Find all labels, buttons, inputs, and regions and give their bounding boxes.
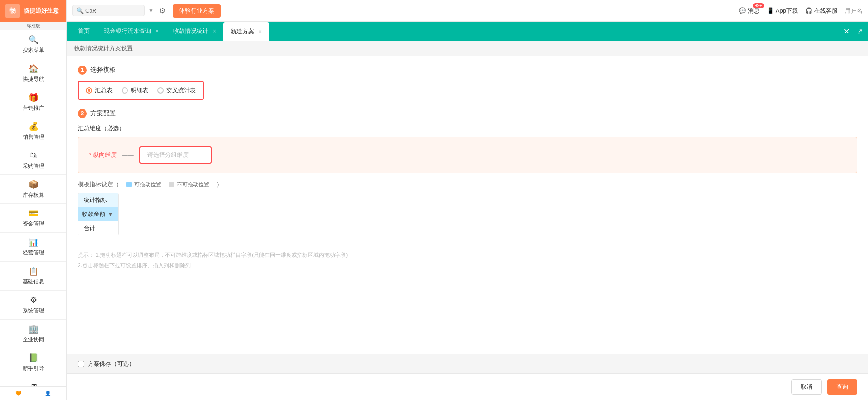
step1-section: 1 选择模板 汇总表 明细表 交叉统计表: [78, 66, 857, 100]
step1-num: 1: [78, 66, 87, 75]
tab-close-all-icon[interactable]: ✕: [842, 25, 851, 38]
search-input[interactable]: [85, 8, 140, 14]
app-download-button[interactable]: 📱 App下载: [767, 7, 798, 15]
step2-title: 方案配置: [90, 109, 116, 118]
corp-icon: 🏢: [28, 324, 38, 334]
sidebar-item-search[interactable]: 🔍 搜索菜单: [0, 30, 66, 59]
gear-icon[interactable]: ⚙: [157, 5, 167, 17]
tab-home-label: 首页: [78, 27, 90, 35]
user-display: 用户名: [845, 7, 863, 15]
sidebar-item-newbie[interactable]: 📗 新手引导: [0, 348, 66, 377]
tab-bank-label: 现金银行流水查询: [104, 27, 151, 35]
radio-cross-label: 交叉统计表: [166, 86, 196, 94]
finance-label: 资金管理: [23, 220, 44, 228]
step2-section: 2 方案配置 汇总维度（必选） * 纵向维度 —— 请选择分组维度: [78, 109, 857, 278]
logo-icon: 畅: [5, 4, 20, 18]
sidebar-item-system[interactable]: ⚙ 系统管理: [0, 291, 66, 320]
sidebar-footer-btn-2[interactable]: 👤: [45, 391, 51, 396]
basic-icon: 📋: [28, 266, 38, 276]
sidebar: 畅 畅捷通好生意 标准版 🔍 搜索菜单 🏠 快捷导航 🎁 营销推广 💰 销售管理…: [0, 0, 67, 400]
metrics-setting-label: 模板指标设定（: [78, 180, 119, 188]
tips-section: 提示： 1.拖动标题栏可以调整布局，不可跨维度或指标区域拖动栏目字段(只能在同一…: [78, 246, 857, 278]
tab-new-close[interactable]: ×: [259, 28, 262, 35]
message-icon: 💬: [739, 7, 746, 14]
search-icon: 🔍: [76, 7, 84, 14]
sidebar-item-sales[interactable]: 💰 销售管理: [0, 117, 66, 146]
metrics-section: 模板指标设定（ 可拖动位置 不可拖动位置 ） 统计指标: [78, 180, 857, 237]
operations-icon: 📊: [28, 237, 38, 247]
tabbar: 首页 现金银行流水查询 × 收款情况统计 × 新建方案 × ✕ ⤢: [67, 22, 868, 41]
sidebar-item-hardware[interactable]: 🖥 智能硬件: [0, 377, 66, 386]
summary-dim-block: 汇总维度（必选） * 纵向维度 —— 请选择分组维度: [78, 124, 857, 173]
tab-new[interactable]: 新建方案 ×: [223, 22, 269, 41]
inventory-icon: 📦: [28, 179, 38, 189]
radio-summary-label: 汇总表: [95, 86, 113, 94]
metrics-item-revenue[interactable]: 收款金额 ▼: [78, 207, 118, 221]
online-service-button[interactable]: 🎧 在线客服: [805, 7, 838, 15]
corp-label: 企业协同: [23, 336, 44, 344]
dim-arrow-icon: ——: [122, 152, 134, 159]
metrics-sub-item: 合计: [78, 221, 118, 235]
save-label: 方案保存（可选）: [88, 360, 135, 368]
message-button[interactable]: 💬 消息 99+: [739, 7, 760, 15]
radio-summary[interactable]: 汇总表: [86, 86, 113, 94]
finance-icon: 💳: [28, 208, 38, 218]
sidebar-footer-btn-1[interactable]: 🧡: [15, 391, 22, 396]
newbie-icon: 📗: [28, 353, 38, 363]
template-select-box: 汇总表 明细表 交叉统计表: [78, 81, 204, 100]
tab-receipt-close[interactable]: ×: [213, 28, 216, 34]
tab-home[interactable]: 首页: [71, 22, 97, 41]
sidebar-badge: 标准版: [0, 22, 66, 30]
sales-label: 销售管理: [23, 133, 44, 141]
cancel-button[interactable]: 取消: [791, 379, 822, 395]
sidebar-item-inventory[interactable]: 📦 库存核算: [0, 175, 66, 204]
system-label: 系统管理: [23, 307, 44, 315]
sidebar-item-marketing[interactable]: 🎁 营销推广: [0, 88, 66, 117]
message-badge: 99+: [753, 3, 764, 8]
form-area: 1 选择模板 汇总表 明细表 交叉统计表: [67, 56, 868, 354]
tab-new-label: 新建方案: [231, 28, 254, 36]
sidebar-item-basic[interactable]: 📋 基础信息: [0, 262, 66, 291]
metrics-chevron-icon[interactable]: ▼: [108, 212, 113, 217]
tab-receipt[interactable]: 收款情况统计 ×: [166, 22, 223, 41]
tab-expand-icon[interactable]: ⤢: [855, 25, 864, 38]
radio-cross[interactable]: 交叉统计表: [157, 86, 196, 94]
content-area: 收款情况统计方案设置 1 选择模板 汇总表 明细表: [67, 41, 868, 373]
sidebar-item-operations[interactable]: 📊 经营管理: [0, 233, 66, 262]
sidebar-item-quicknav[interactable]: 🏠 快捷导航: [0, 59, 66, 88]
logo-text-block: 畅捷通好生意: [24, 7, 59, 14]
search-chevron-icon[interactable]: ▼: [148, 8, 154, 14]
step2-num: 2: [78, 109, 87, 118]
fixed-tag: 不可拖动位置: [169, 181, 209, 188]
basic-label: 基础信息: [23, 278, 44, 286]
hardware-icon: 🖥: [29, 382, 38, 387]
sidebar-footer: 🧡 👤: [0, 386, 66, 400]
search-icon: 🔍: [28, 35, 38, 45]
industry-button[interactable]: 体验行业方案: [173, 4, 221, 18]
sales-icon: 💰: [28, 122, 38, 132]
sidebar-item-corp[interactable]: 🏢 企业协同: [0, 320, 66, 348]
tab-bank-close[interactable]: ×: [156, 28, 159, 34]
topbar-search-box[interactable]: 🔍: [72, 5, 145, 16]
radio-detail-label: 明细表: [131, 86, 148, 94]
movable-tag: 可拖动位置: [126, 181, 161, 188]
metrics-header: 模板指标设定（ 可拖动位置 不可拖动位置 ）: [78, 180, 857, 188]
save-checkbox[interactable]: [78, 361, 84, 367]
dim-select-box[interactable]: 请选择分组维度: [139, 146, 212, 164]
step1-header: 1 选择模板: [78, 66, 857, 75]
sidebar-item-finance[interactable]: 💳 资金管理: [0, 204, 66, 233]
radio-detail[interactable]: 明细表: [122, 86, 148, 94]
marketing-icon: 🎁: [28, 93, 38, 103]
app-icon: 📱: [767, 7, 774, 14]
tab-bank[interactable]: 现金银行流水查询 ×: [97, 22, 166, 41]
radio-detail-circle: [122, 87, 128, 94]
movable-label: 可拖动位置: [134, 181, 161, 188]
inventory-label: 库存核算: [23, 191, 44, 199]
operations-label: 经营管理: [23, 249, 44, 257]
query-button[interactable]: 查询: [827, 379, 857, 395]
logo-name: 畅捷通好生意: [24, 7, 59, 14]
dimension-area: * 纵向维度 —— 请选择分组维度: [78, 137, 857, 173]
sidebar-item-purchase[interactable]: 🛍 采购管理: [0, 146, 66, 175]
bottom-bar: 取消 查询: [67, 373, 868, 400]
metrics-close-paren: ）: [217, 180, 222, 188]
